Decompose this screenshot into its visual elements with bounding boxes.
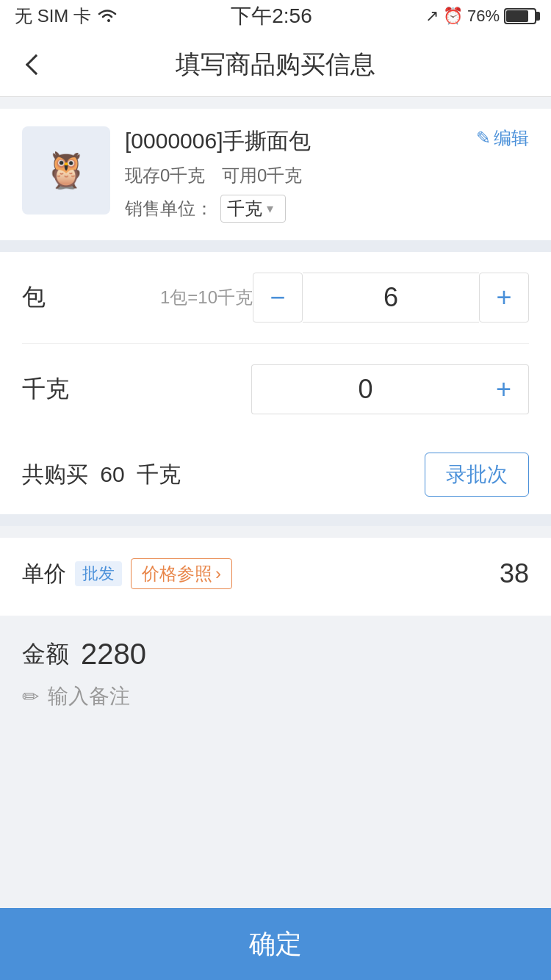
amount-row: 金额 2280 bbox=[22, 630, 529, 671]
price-left: 单价 批发 价格参照 › bbox=[22, 558, 232, 589]
unit-label: 销售单位： bbox=[125, 197, 213, 220]
amount-section: 金额 2280 ✏ 输入备注 bbox=[0, 616, 551, 725]
bao-decrement-button[interactable]: − bbox=[253, 273, 303, 323]
nav-bar: 填写商品购买信息 bbox=[0, 32, 551, 97]
bao-quantity-control: − + bbox=[253, 273, 529, 323]
status-right: ↗ ⏰ 76% bbox=[425, 7, 536, 26]
status-time: 下午2:56 bbox=[231, 2, 312, 30]
price-ref-arrow-icon: › bbox=[215, 563, 221, 584]
edit-button[interactable]: ✎ 编辑 bbox=[476, 126, 529, 150]
carrier-label: 无 SIM 卡 bbox=[15, 4, 91, 28]
total-row: 共购买 60 千克 录批次 bbox=[0, 435, 551, 514]
divider-1 bbox=[0, 240, 551, 252]
divider-2 bbox=[0, 514, 551, 526]
product-info: [0000006]手撕面包 现存0千克 可用0千克 销售单位： 千克 ▾ bbox=[125, 126, 461, 223]
total-unit: 千克 bbox=[137, 462, 181, 486]
bao-quantity-row: 包 1包=10千克 − + bbox=[22, 252, 529, 344]
product-name: [0000006]手撕面包 bbox=[125, 126, 461, 156]
page-title: 填写商品购买信息 bbox=[176, 48, 375, 82]
bao-hint: 1包=10千克 bbox=[160, 286, 253, 309]
price-section: 单价 批发 价格参照 › 38 bbox=[0, 538, 551, 616]
quantity-section: 包 1包=10千克 − + 千克 + bbox=[0, 252, 551, 435]
battery-icon bbox=[504, 8, 536, 24]
kg-quantity-input[interactable] bbox=[251, 364, 479, 414]
price-ref-button[interactable]: 价格参照 › bbox=[131, 558, 232, 589]
unit-value: 千克 bbox=[227, 197, 262, 220]
status-left: 无 SIM 卡 bbox=[15, 4, 118, 28]
kg-label: 千克 bbox=[22, 373, 251, 406]
product-image: 🦉 bbox=[22, 126, 110, 215]
amount-label: 金额 bbox=[22, 638, 69, 671]
product-image-icon: 🦉 bbox=[44, 150, 88, 191]
bao-quantity-input[interactable] bbox=[303, 273, 479, 323]
product-card: 🦉 [0000006]手撕面包 现存0千克 可用0千克 销售单位： 千克 ▾ ✎… bbox=[0, 109, 551, 240]
remark-icon: ✏ bbox=[22, 685, 39, 709]
price-label: 单价 bbox=[22, 559, 66, 589]
back-arrow-icon bbox=[26, 54, 46, 74]
unit-select[interactable]: 千克 ▾ bbox=[220, 195, 286, 223]
kg-increment-button[interactable]: + bbox=[479, 364, 529, 414]
edit-icon: ✎ bbox=[476, 128, 491, 148]
amount-value: 2280 bbox=[81, 638, 146, 671]
status-bar: 无 SIM 卡 下午2:56 ↗ ⏰ 76% bbox=[0, 0, 551, 32]
edit-label: 编辑 bbox=[494, 126, 529, 150]
batch-button[interactable]: 录批次 bbox=[425, 453, 529, 497]
total-prefix: 共购买 bbox=[22, 462, 88, 486]
available-label: 可用0千克 bbox=[222, 165, 302, 185]
price-ref-label: 价格参照 bbox=[142, 562, 212, 586]
product-stock: 现存0千克 可用0千克 bbox=[125, 164, 461, 187]
bao-increment-button[interactable]: + bbox=[479, 273, 529, 323]
total-amount: 60 bbox=[100, 462, 124, 486]
product-unit-row: 销售单位： 千克 ▾ bbox=[125, 195, 461, 223]
remark-row: ✏ 输入备注 bbox=[22, 671, 529, 725]
kg-quantity-control: + bbox=[251, 364, 529, 414]
remark-placeholder[interactable]: 输入备注 bbox=[48, 682, 130, 710]
price-row: 单价 批发 价格参照 › 38 bbox=[22, 558, 529, 589]
confirm-button[interactable]: 确定 bbox=[0, 908, 551, 980]
stock-label: 现存0千克 bbox=[125, 165, 205, 185]
back-button[interactable] bbox=[0, 32, 65, 97]
bao-label: 包 bbox=[22, 281, 153, 314]
kg-quantity-row: 千克 + bbox=[22, 344, 529, 435]
total-text: 共购买 60 千克 bbox=[22, 460, 181, 490]
price-value: 38 bbox=[500, 558, 529, 589]
location-icon: ↗ bbox=[425, 7, 439, 26]
price-batch-tag: 批发 bbox=[75, 561, 122, 586]
alarm-icon: ⏰ bbox=[443, 7, 463, 26]
battery-percent: 76% bbox=[467, 7, 500, 26]
wifi-icon bbox=[97, 9, 118, 24]
unit-select-arrow-icon: ▾ bbox=[267, 201, 273, 217]
